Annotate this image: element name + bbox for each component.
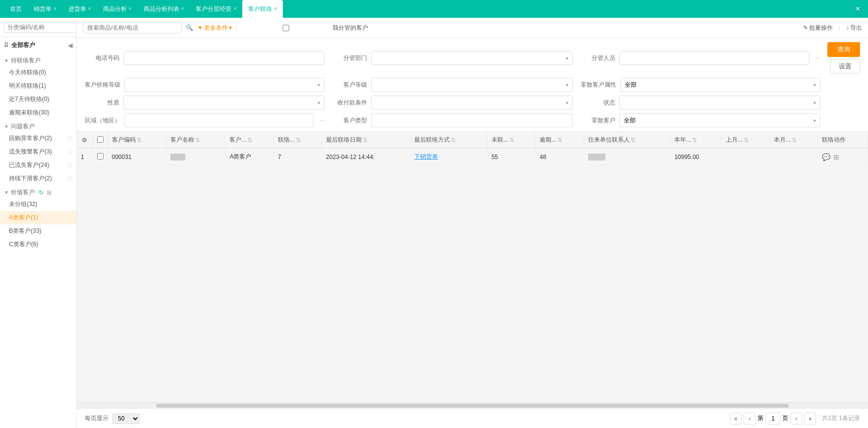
nav-sales-close[interactable]: × xyxy=(54,0,56,18)
more-filter-btn[interactable]: ▼ 更多条件 ▾ xyxy=(197,24,232,32)
horizontal-scrollbar[interactable] xyxy=(77,402,868,408)
first-page-btn[interactable]: « xyxy=(730,413,742,425)
filter-row-2: 客户价格等级 ▾ 客户等级 ▾ 零散客户属性 全部 xyxy=(85,78,860,92)
this-month-sort-icon: ⇅ xyxy=(792,137,797,144)
settings-button[interactable]: 设置 xyxy=(830,59,860,74)
nav-customer-contact[interactable]: 客户联络 × xyxy=(242,0,283,18)
col-settings[interactable]: ⚙ xyxy=(77,132,93,149)
type-input[interactable] xyxy=(371,113,572,127)
filter-cell-price-grade: 客户价格等级 ▾ xyxy=(85,78,325,92)
nav-customer-segment[interactable]: 客户分层经营 × xyxy=(190,0,242,18)
col-this-year[interactable]: 本年... ⇅ xyxy=(670,132,722,149)
search-input[interactable] xyxy=(83,22,182,34)
col-last-method[interactable]: 最后联络方式 ⇅ xyxy=(410,132,487,149)
sidebar-item-7days[interactable]: 近7天待联络(0) xyxy=(0,93,76,106)
sidebar-value-group[interactable]: ▼ 价值客户 ↻ ⊞ xyxy=(0,185,76,198)
nav-purchase-close[interactable]: × xyxy=(88,0,91,18)
region-input[interactable] xyxy=(124,113,314,127)
my-customer-checkbox-label[interactable]: 我分管的客户 xyxy=(241,24,368,32)
nav-purchase[interactable]: 进货单 × xyxy=(62,0,97,18)
query-button[interactable]: 查询 xyxy=(827,42,860,57)
nav-product-analysis[interactable]: 商品分析 × xyxy=(97,0,138,18)
value-settings-icon[interactable]: ⊞ xyxy=(47,189,52,196)
more-filter-arrow: ▾ xyxy=(229,24,232,31)
nav-home[interactable]: 首页 xyxy=(4,0,28,18)
content-area: 🔍 ▼ 更多条件 ▾ | 我分管的客户 ✎ 批量操作 | ↓ 导出 xyxy=(77,18,868,428)
row-checkbox-cell[interactable] xyxy=(93,149,108,165)
person-more-icon[interactable]: ··· xyxy=(815,54,820,61)
sidebar-collapse-btn[interactable]: ◀ xyxy=(68,42,72,49)
sidebar-item-declining[interactable]: 持续下滑客户(2) ⓘ xyxy=(0,172,76,185)
sidebar-item-unclassified[interactable]: 未分组(32) xyxy=(0,198,76,211)
col-uncontacted[interactable]: 未联... ⇅ xyxy=(487,132,535,149)
value-refresh-icon[interactable]: ↻ xyxy=(39,189,44,196)
sidebar-search-input[interactable] xyxy=(4,22,77,33)
page-size-select[interactable]: 50 100 xyxy=(112,413,140,424)
sidebar-item-class-b[interactable]: B类客户(33) xyxy=(0,224,76,238)
status-chevron-icon: ▾ xyxy=(814,100,816,106)
top-nav: 首页 销货单 × 进货单 × 商品分析 × 商品分析列表 × 客户分层经营 × … xyxy=(0,0,868,18)
col-last-date[interactable]: 最后联络日期 ⇅ xyxy=(322,132,410,149)
dept-select[interactable]: ▾ xyxy=(371,51,572,65)
export-btn[interactable]: ↓ 导出 xyxy=(846,24,862,32)
chat-action-icon[interactable]: 💬 xyxy=(822,153,830,161)
sidebar-item-warning[interactable]: 流失预警客户(3) ⓘ xyxy=(0,145,76,159)
batch-op-btn[interactable]: ✎ 批量操作 xyxy=(803,24,833,32)
sidebar-item-class-a[interactable]: A类客户(1) xyxy=(0,211,76,224)
nature-select[interactable]: ▾ xyxy=(123,96,325,109)
sidebar-problem-group[interactable]: ▼ 问题客户 xyxy=(0,119,76,132)
retail-select[interactable]: 全部 ▾ xyxy=(619,113,820,127)
filter-cell-grade: 客户等级 ▾ xyxy=(332,78,572,92)
nav-sales[interactable]: 销货单 × xyxy=(28,0,62,18)
sidebar-pending-group[interactable]: ▼ 待联络客户 xyxy=(0,54,76,66)
page-input[interactable] xyxy=(765,413,780,425)
col-name[interactable]: 客户名称 ⇅ xyxy=(166,132,225,149)
pay-select[interactable]: ▾ xyxy=(371,96,572,109)
sidebar-item-class-c[interactable]: C类客户(6) xyxy=(0,238,76,251)
this-year-sort-icon: ⇅ xyxy=(692,137,697,144)
grade-chevron-icon: ▾ xyxy=(566,82,568,88)
phone-input[interactable] xyxy=(123,51,325,65)
sidebar-item-lost[interactable]: 已流失客户(24) ⓘ xyxy=(0,159,76,172)
status-select[interactable]: ▾ xyxy=(619,96,820,109)
col-last-month[interactable]: 上月... ⇅ xyxy=(721,132,769,149)
main-layout: 🔍 ⠿ 全部客户 ◀ ▼ 待联络客户 今天待联络(0) 明天待联络(1) 近7天… xyxy=(0,18,868,428)
sidebar-item-tomorrow[interactable]: 明天待联络(1) xyxy=(0,79,76,93)
grid-action-icon[interactable]: ⊞ xyxy=(833,153,839,161)
filter-cell-dept: 分管部门 ▾ xyxy=(332,51,572,65)
sidebar-item-abnormal[interactable]: 回购异常客户(2) ⓘ xyxy=(0,132,76,145)
price-grade-select[interactable]: ▾ xyxy=(124,78,325,92)
next-page-btn[interactable]: › xyxy=(790,413,802,425)
col-type[interactable]: 客户... ⇅ xyxy=(225,132,273,149)
region-more-icon[interactable]: ··· xyxy=(320,117,325,124)
search-icon[interactable]: 🔍 xyxy=(186,24,193,31)
prev-page-btn[interactable]: ‹ xyxy=(744,413,756,425)
sidebar-item-overdue[interactable]: 逾期未联络(30) xyxy=(0,106,76,119)
gear-icon[interactable]: ⚙ xyxy=(82,137,87,144)
person-input[interactable] xyxy=(619,51,810,65)
col-code[interactable]: 客户编码 ⇅ xyxy=(108,132,166,149)
last-page-btn[interactable]: » xyxy=(804,413,816,425)
row-checkbox[interactable] xyxy=(97,153,104,160)
col-this-month[interactable]: 本月... ⇅ xyxy=(770,132,818,149)
grade-select[interactable]: ▾ xyxy=(371,78,572,92)
nav-product-analysis-close[interactable]: × xyxy=(129,0,132,18)
nav-product-list-close[interactable]: × xyxy=(181,0,184,18)
nav-product-list[interactable]: 商品分析列表 × xyxy=(138,0,190,18)
filter-icon: ▼ xyxy=(197,24,203,31)
col-checkbox[interactable] xyxy=(93,132,108,149)
row-contact: 7 xyxy=(273,149,322,165)
nav-segment-close[interactable]: × xyxy=(233,0,236,18)
col-overdue[interactable]: 逾期... ⇅ xyxy=(536,132,584,149)
dept-chevron-icon: ▾ xyxy=(566,55,568,61)
sidebar-item-today[interactable]: 今天待联络(0) xyxy=(0,66,76,79)
my-customer-checkbox[interactable] xyxy=(241,25,330,31)
sidebar-all-customers-header[interactable]: ⠿ 全部客户 ◀ xyxy=(0,37,76,54)
retail-attr-select[interactable]: 全部 ▾ xyxy=(620,78,820,92)
col-history-contact[interactable]: 往来单位联系人 ⇅ xyxy=(584,132,670,149)
nav-contact-close[interactable]: × xyxy=(274,0,277,18)
last-method-link[interactable]: 下销货单 xyxy=(414,153,438,160)
select-all-checkbox[interactable] xyxy=(97,136,104,143)
col-contact[interactable]: 联络... ⇅ xyxy=(273,132,322,149)
window-close-button[interactable]: × xyxy=(852,4,864,13)
